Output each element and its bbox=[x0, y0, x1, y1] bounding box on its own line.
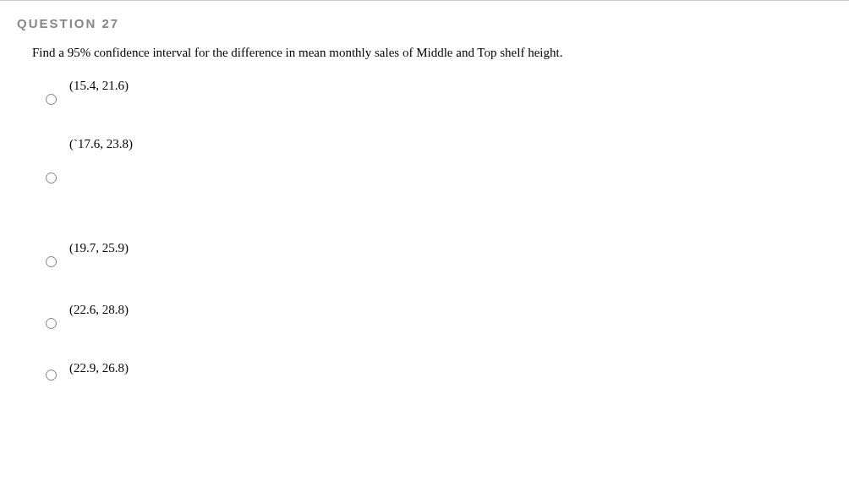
option-row: (`17.6, 23.8) bbox=[46, 140, 849, 184]
radio-wrapper bbox=[46, 370, 58, 381]
option-radio-3[interactable] bbox=[46, 318, 57, 329]
radio-wrapper bbox=[46, 94, 58, 105]
options-list: (15.4, 21.6) (`17.6, 23.8) (19.7, 25.9) … bbox=[0, 60, 849, 381]
radio-wrapper bbox=[46, 173, 58, 184]
radio-wrapper bbox=[46, 318, 58, 329]
option-radio-4[interactable] bbox=[46, 370, 57, 381]
option-radio-2[interactable] bbox=[46, 256, 57, 267]
radio-wrapper bbox=[46, 256, 58, 267]
option-row: (19.7, 25.9) bbox=[46, 241, 849, 267]
option-label: (22.9, 26.8) bbox=[58, 361, 129, 375]
option-label: (19.7, 25.9) bbox=[58, 241, 129, 255]
option-label: (15.4, 21.6) bbox=[58, 79, 129, 93]
option-label: (`17.6, 23.8) bbox=[58, 137, 133, 151]
question-prompt: Find a 95% confidence interval for the d… bbox=[0, 30, 849, 60]
question-header: QUESTION 27 bbox=[0, 1, 849, 30]
option-radio-1[interactable] bbox=[46, 173, 57, 184]
option-label: (22.6, 28.8) bbox=[58, 303, 129, 317]
option-radio-0[interactable] bbox=[46, 94, 57, 105]
option-row: (22.6, 28.8) bbox=[46, 303, 849, 329]
option-row: (22.9, 26.8) bbox=[46, 361, 849, 381]
option-row: (15.4, 21.6) bbox=[46, 79, 849, 105]
